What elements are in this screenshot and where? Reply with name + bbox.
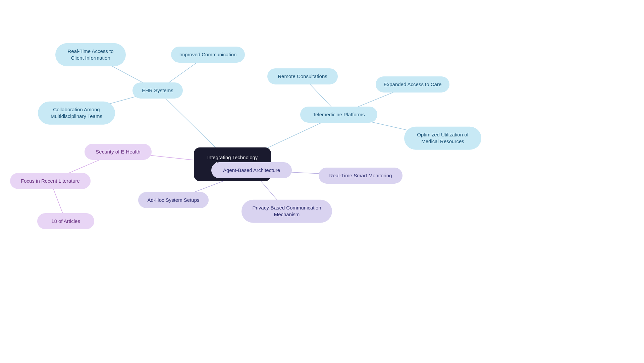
node-label-agent-arch: Agent-Based Architecture	[223, 167, 280, 174]
node-label-adhoc: Ad-Hoc System Setups	[147, 197, 199, 203]
node-improved-comm: Improved Communication	[171, 47, 245, 63]
node-label-remote-consult: Remote Consultations	[278, 73, 327, 80]
node-label-improved-comm: Improved Communication	[179, 51, 237, 58]
node-remote-consult: Remote Consultations	[267, 68, 338, 84]
node-optimized: Optimized Utilization of Medical Resourc…	[404, 127, 481, 150]
node-label-security: Security of E-Health	[96, 148, 140, 155]
node-label-expanded-access: Expanded Access to Care	[384, 81, 442, 88]
node-telemedicine: Telemedicine Platforms	[300, 107, 377, 123]
node-label-privacy: Privacy-Based Communication Mechanism	[249, 204, 325, 218]
node-focus-lit: Focus in Recent Literature	[10, 173, 91, 189]
node-label-ehr: EHR Systems	[142, 87, 173, 94]
node-realtime-monitor: Real-Time Smart Monitoring	[319, 168, 402, 184]
node-label-realtime-monitor: Real-Time Smart Monitoring	[329, 172, 392, 179]
node-label-collab: Collaboration Among Multidisciplinary Te…	[45, 106, 108, 120]
node-agent-arch: Agent-Based Architecture	[211, 162, 292, 178]
node-label-telemedicine: Telemedicine Platforms	[313, 111, 365, 118]
node-security: Security of E-Health	[85, 144, 152, 160]
node-expanded-access: Expanded Access to Care	[376, 76, 449, 93]
node-label-articles: 18 of Articles	[51, 218, 80, 225]
node-privacy: Privacy-Based Communication Mechanism	[241, 200, 332, 223]
node-collab: Collaboration Among Multidisciplinary Te…	[38, 102, 115, 125]
node-label-real-time-access: Real-Time Access to Client Information	[63, 48, 118, 62]
node-label-optimized: Optimized Utilization of Medical Resourc…	[412, 131, 474, 145]
node-label-focus-lit: Focus in Recent Literature	[21, 178, 80, 184]
node-real-time-access: Real-Time Access to Client Information	[55, 43, 126, 66]
node-articles: 18 of Articles	[37, 213, 94, 229]
node-ehr: EHR Systems	[132, 82, 183, 99]
node-adhoc: Ad-Hoc System Setups	[138, 192, 209, 208]
